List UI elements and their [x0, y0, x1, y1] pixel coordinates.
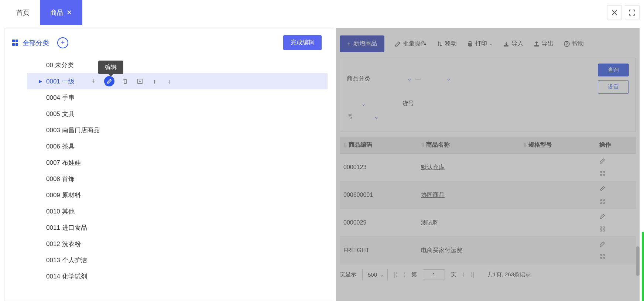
category-title[interactable]: 全部分类: [12, 38, 49, 47]
table-scrollbar[interactable]: [636, 191, 640, 287]
svg-rect-11: [603, 199, 604, 201]
page-scroll-indicator: [642, 232, 644, 301]
cell-spec: [520, 181, 596, 209]
cell-ops: [596, 181, 636, 209]
row-edit-icon[interactable]: [599, 213, 632, 219]
page-label-pre: 第: [411, 271, 417, 278]
category-item[interactable]: 0008 首饰: [27, 171, 328, 187]
tab-home[interactable]: 首页: [6, 0, 40, 25]
page-input[interactable]: [423, 269, 445, 280]
svg-rect-9: [603, 174, 604, 176]
chevron-down-icon[interactable]: ⌄: [446, 76, 451, 82]
caret-icon[interactable]: ▶: [39, 79, 42, 84]
import-icon: [503, 41, 509, 47]
settings-button[interactable]: 设置: [598, 80, 629, 94]
query-button[interactable]: 查询: [598, 64, 629, 76]
product-table: ⇅商品编码 ⇅商品名称 ⇅规格型号 操作 0000123默认仓库00060000…: [340, 137, 636, 264]
category-item[interactable]: 0006 茶具: [27, 138, 328, 154]
svg-rect-17: [603, 230, 604, 231]
category-item[interactable]: ▶0001 一级+编辑↑↓: [27, 73, 328, 89]
chevron-down-icon[interactable]: ⌄: [362, 101, 366, 107]
cell-code: FREIGHT: [340, 237, 417, 264]
chevron-down-icon[interactable]: ⌄: [374, 114, 378, 120]
row-more-icon[interactable]: [599, 226, 632, 232]
row-more-icon[interactable]: [599, 171, 632, 177]
cell-code: 0000029: [340, 209, 417, 237]
col-code[interactable]: ⇅商品编码: [340, 137, 417, 154]
page-label-post: 页: [451, 271, 456, 278]
category-item[interactable]: 0003 南昌门店商品: [27, 122, 328, 138]
category-item-label: 0006 茶具: [46, 142, 75, 151]
move-up-icon[interactable]: ↑: [151, 77, 159, 85]
row-edit-icon[interactable]: [599, 186, 632, 192]
row-more-icon[interactable]: [599, 254, 632, 260]
svg-rect-10: [600, 199, 602, 201]
product-toolbar: + 新增商品 批量操作 移动 打印 ⌄ 导入: [336, 32, 640, 58]
cell-name: 电商买家付运费: [417, 237, 520, 264]
fullscreen-button[interactable]: [625, 5, 640, 20]
svg-rect-19: [603, 254, 604, 256]
scrollbar-thumb[interactable]: [636, 246, 640, 276]
cell-name[interactable]: 测试呀: [417, 209, 520, 237]
col-spec[interactable]: ⇅规格型号: [520, 137, 596, 154]
col-name[interactable]: ⇅商品名称: [417, 137, 520, 154]
first-page-button[interactable]: |⟨: [394, 271, 397, 278]
table-row[interactable]: FREIGHT电商买家付运费: [340, 237, 636, 264]
finish-edit-button[interactable]: 完成编辑: [283, 35, 322, 50]
add-category-button[interactable]: +: [57, 37, 68, 48]
svg-text:?: ?: [566, 42, 568, 46]
row-more-icon[interactable]: [599, 198, 632, 204]
merge-icon[interactable]: [136, 77, 144, 85]
col-ops: 操作: [596, 137, 636, 154]
export-button[interactable]: 导出: [534, 40, 554, 48]
category-item[interactable]: 0007 布娃娃: [27, 154, 328, 171]
category-item[interactable]: 0004 手串: [27, 89, 328, 106]
svg-rect-2: [469, 42, 471, 43]
batch-ops-button[interactable]: 批量操作: [395, 40, 427, 48]
chevron-down-icon[interactable]: ⌄: [407, 76, 412, 82]
cell-name[interactable]: 默认仓库: [417, 154, 520, 181]
help-button[interactable]: ? 帮助: [564, 40, 584, 48]
category-item[interactable]: 0012 洗衣粉: [27, 236, 328, 252]
delete-icon[interactable]: [121, 77, 129, 85]
add-icon[interactable]: +: [89, 77, 97, 85]
tooltip: 编辑: [98, 61, 123, 74]
last-page-button[interactable]: ⟩|: [470, 271, 474, 278]
table-row[interactable]: 0000029测试呀: [340, 209, 636, 237]
row-edit-icon[interactable]: [599, 158, 632, 164]
svg-rect-18: [600, 254, 602, 256]
next-page-button[interactable]: ⟩: [462, 271, 465, 278]
print-button[interactable]: 打印 ⌄: [467, 40, 493, 48]
new-product-button[interactable]: + 新增商品: [340, 35, 384, 52]
category-item-label: 0010 其他: [46, 207, 75, 216]
top-tab-bar: 首页 商品 ✕: [0, 0, 644, 25]
category-item[interactable]: 0010 其他: [27, 203, 328, 219]
filter-extra-label: 号: [347, 113, 353, 120]
per-page-select[interactable]: 500: [362, 269, 388, 280]
svg-rect-12: [600, 202, 602, 203]
move-button[interactable]: 移动: [437, 40, 457, 48]
table-row[interactable]: 000600001协同商品: [340, 181, 636, 209]
svg-rect-20: [600, 257, 602, 259]
table-row[interactable]: 0000123默认仓库: [340, 154, 636, 181]
item-actions: +编辑↑↓: [89, 76, 174, 86]
sort-icon: ⇅: [523, 143, 527, 148]
svg-rect-16: [600, 230, 602, 231]
row-edit-icon[interactable]: [599, 241, 632, 247]
category-item[interactable]: 0009 原材料: [27, 187, 328, 203]
cell-name[interactable]: 协同商品: [417, 181, 520, 209]
tab-product[interactable]: 商品 ✕: [40, 0, 82, 25]
import-button[interactable]: 导入: [503, 40, 523, 48]
move-down-icon[interactable]: ↓: [165, 77, 174, 85]
category-item[interactable]: 0011 进口食品: [27, 219, 328, 236]
category-item[interactable]: 0014 化学试剂: [27, 268, 328, 284]
edit-icon[interactable]: 编辑: [104, 76, 114, 86]
prev-page-button[interactable]: ⟨: [403, 271, 405, 278]
category-item-label: 0013 个人护洁: [46, 256, 87, 264]
close-all-button[interactable]: [607, 5, 622, 20]
category-tree[interactable]: 00 未分类▶0001 一级+编辑↑↓0004 手串0005 文具0003 南昌…: [5, 57, 333, 293]
category-item[interactable]: 0013 个人护洁: [27, 252, 328, 268]
category-item[interactable]: 00 未分类: [27, 57, 328, 73]
category-item[interactable]: 0005 文具: [27, 106, 328, 122]
close-icon[interactable]: ✕: [66, 8, 72, 17]
